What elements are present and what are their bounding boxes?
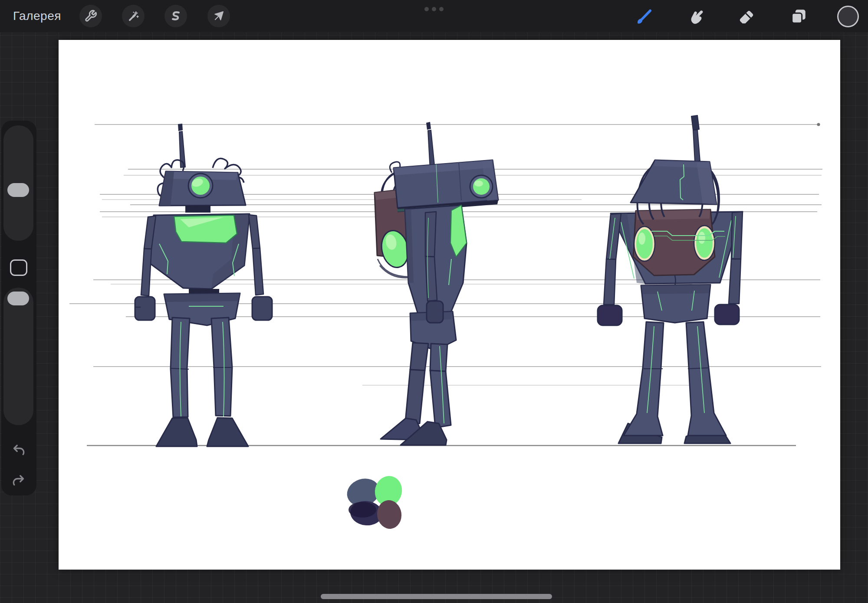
opacity-handle[interactable] [7, 292, 29, 305]
side-toolbar [1, 121, 36, 495]
undo-arrow-icon [10, 442, 27, 458]
finger-icon [687, 7, 707, 26]
current-color-circle [837, 6, 859, 27]
layers-button[interactable] [788, 6, 809, 27]
palette-swatch-maroon [375, 498, 404, 530]
adjustments-button[interactable] [122, 5, 145, 27]
dot [424, 7, 429, 11]
actions-button[interactable] [79, 5, 102, 27]
brush-button[interactable] [634, 6, 655, 27]
artwork-robot-turnaround [59, 40, 840, 570]
brush-size-handle[interactable] [7, 183, 29, 197]
brush-icon [635, 7, 654, 26]
drawing-canvas[interactable] [59, 40, 840, 570]
layers-icon [789, 7, 809, 26]
magic-wand-icon [127, 10, 140, 23]
s-curve-icon [169, 10, 182, 23]
home-indicator[interactable] [321, 594, 552, 599]
dot [432, 7, 436, 11]
transform-button[interactable] [207, 5, 230, 27]
dot [439, 7, 444, 11]
palette-swatch-navy-dark [349, 502, 376, 518]
undo-button[interactable] [10, 442, 27, 458]
redo-arrow-icon [10, 473, 27, 488]
arrow-cursor-icon [212, 10, 225, 23]
top-toolbar: Галерея [0, 0, 868, 32]
eraser-button[interactable] [736, 6, 757, 27]
multitask-indicator-dots [424, 7, 444, 11]
selection-button[interactable] [164, 5, 187, 27]
smudge-button[interactable] [686, 6, 708, 27]
robot-back-view [598, 115, 743, 443]
brush-size-slider[interactable] [3, 125, 33, 241]
wrench-icon [84, 10, 97, 23]
robot-side-view [375, 122, 498, 445]
opacity-slider[interactable] [3, 288, 33, 425]
color-swatch-button[interactable] [837, 6, 859, 27]
gallery-button[interactable]: Галерея [13, 0, 61, 32]
robot-front-view [135, 124, 272, 446]
modify-button[interactable] [10, 259, 27, 276]
color-palette-blob [343, 473, 404, 530]
eraser-icon [736, 7, 756, 26]
redo-button[interactable] [10, 473, 27, 488]
